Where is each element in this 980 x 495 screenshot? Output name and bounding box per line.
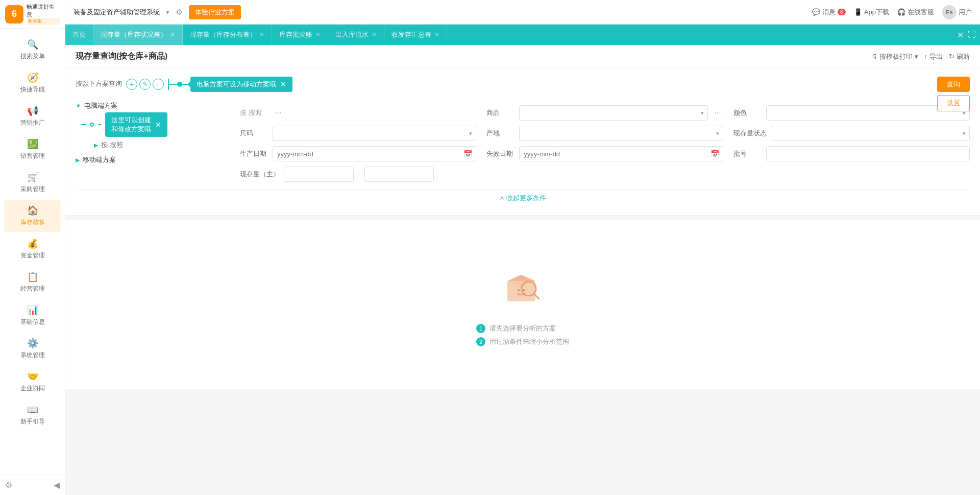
trial-btn[interactable]: 体验行业方案 <box>189 5 241 19</box>
stock-amount-label: 现存量（主） <box>240 170 280 179</box>
sidebar-item-operations[interactable]: 📋 经营管理 <box>4 266 61 298</box>
online-support-action[interactable]: 🎧 在线客服 <box>897 8 934 17</box>
svg-point-3 <box>518 289 520 291</box>
empty-illustration <box>497 261 548 312</box>
size-select[interactable] <box>273 126 476 141</box>
collapse-sidebar-btn[interactable]: ◀ <box>54 480 60 490</box>
tooltip-scheme-1: 电脑方案可设为移动方案哦 ✕ <box>190 77 292 92</box>
collapse-up-icon: ∧ <box>499 194 507 202</box>
tab-stock-flow[interactable]: 出入库流水 ✕ <box>328 25 384 45</box>
sidebar-item-system[interactable]: ⚙️ 系统管理 <box>4 333 61 365</box>
tab-stock-dist[interactable]: 现存量（库存分布表） ✕ <box>183 25 272 45</box>
edit-scheme-btn[interactable]: ✎ <box>139 79 151 90</box>
main-area: 装备及固定资产辅助管理系统 ▾ ⚙ 体验行业方案 💬 消息 6 📱 App下载 … <box>65 0 980 495</box>
tab-stock-status-close[interactable]: ✕ <box>170 31 175 38</box>
tab-stock-batch[interactable]: 库存批次账 ✕ <box>272 25 328 45</box>
sidebar-item-enterprise[interactable]: 🤝 企业协同 <box>4 366 61 398</box>
sidebar-item-finance[interactable]: 💰 资金管理 <box>4 233 61 265</box>
tab-stock-batch-close[interactable]: ✕ <box>315 31 321 38</box>
page-actions: 🖨 按模板打印 ▾ ↑ 导出 ↻ 刷新 <box>871 52 970 61</box>
filter-field-warehouse: 按 按照 ··· <box>240 105 476 121</box>
header-gear-btn[interactable]: ⚙ <box>176 7 183 17</box>
goods-input[interactable] <box>519 105 708 121</box>
header-actions: 💬 消息 6 📱 App下载 🎧 在线客服 Ea 用户 <box>812 5 972 19</box>
origin-select[interactable] <box>519 126 723 141</box>
sidebar-item-purchase[interactable]: 🛒 采购管理 <box>4 167 61 199</box>
scheme-sub-item-1[interactable]: ▶ 按 按照 <box>94 139 167 151</box>
sidebar-item-basic-info[interactable]: 📊 基础信息 <box>4 299 61 332</box>
filter-controls: + ✎ ← 电脑方案可设为移动方案哦 ✕ <box>126 77 292 92</box>
add-scheme-btn[interactable]: + <box>126 79 137 90</box>
tab-home[interactable]: 首页 <box>65 25 93 45</box>
logo-icon: 6 <box>5 5 23 23</box>
filter-label: 按以下方案查询 <box>76 77 122 91</box>
size-field-label: 尺码 <box>240 129 268 138</box>
tab-stock-dist-close[interactable]: ✕ <box>259 31 264 38</box>
stock-status-select[interactable] <box>771 126 970 141</box>
tooltip-connector-1 <box>168 79 188 90</box>
empty-tip-2: 2 用过滤条件来缩小分析范围 <box>476 335 569 348</box>
back-scheme-btn[interactable]: ← <box>153 79 164 90</box>
inventory-icon: 🏠 <box>27 205 38 216</box>
scheme-pc-label: 电脑端方案 <box>84 101 117 110</box>
scheme-pc-item[interactable]: ▼ 电脑端方案 <box>76 99 167 112</box>
origin-select-wrap <box>519 126 723 141</box>
scheme-mobile-item[interactable]: ▶ 移动端方案 <box>76 153 167 167</box>
sidebar-item-marketing[interactable]: 📢 营销推广 <box>4 100 61 132</box>
tab-stock-collect-close[interactable]: ✕ <box>434 31 439 38</box>
filter-row-2: 尺码 产地 现存量状态 <box>240 126 970 141</box>
sidebar-item-inventory-label: 库存核算 <box>20 218 45 227</box>
sidebar-item-quick-nav[interactable]: 🧭 快捷导航 <box>4 67 61 99</box>
tab-close-all-btn[interactable]: ✕ <box>957 30 964 40</box>
tooltip-2-close-btn[interactable]: ✕ <box>155 121 161 129</box>
purchase-icon: 🛒 <box>27 172 38 183</box>
tab-expand-btn[interactable]: ⛶ <box>968 30 976 39</box>
expire-date-cal-icon[interactable]: 📅 <box>710 150 719 158</box>
stock-amount-max-input[interactable] <box>364 167 434 182</box>
filter-field-batch: 批号 <box>733 146 970 161</box>
system-dropdown-btn[interactable]: ▾ <box>166 8 169 16</box>
template-print-btn[interactable]: 🖨 按模板打印 ▾ <box>871 52 918 61</box>
warehouse-dots[interactable]: ··· <box>273 108 283 117</box>
expire-date-input[interactable] <box>519 146 723 161</box>
sidebar-item-sales[interactable]: 💹 销售管理 <box>4 133 61 166</box>
operations-icon: 📋 <box>27 271 38 282</box>
query-btn[interactable]: 查询 <box>937 77 970 92</box>
collapse-more-btn[interactable]: ∧ 收起更多条件 <box>76 189 970 207</box>
scheme-sub-items: ▶ 按 按照 <box>84 139 167 151</box>
tab-stock-collect[interactable]: 收发存汇总表 ✕ <box>384 25 447 45</box>
batch-input[interactable] <box>766 146 970 161</box>
stock-amount-min-input[interactable] <box>284 167 354 182</box>
warehouse-field-label: 按 按照 <box>240 108 268 117</box>
tab-stock-collect-label: 收发存汇总表 <box>391 30 431 39</box>
sidebar-item-guide[interactable]: 📖 新手引导 <box>4 399 61 431</box>
refresh-btn[interactable]: ↻ 刷新 <box>949 52 970 61</box>
system-name: 装备及固定资产辅助管理系统 <box>74 8 160 17</box>
sidebar-item-search[interactable]: 🔍 搜索菜单 <box>4 34 61 66</box>
sidebar-nav: 🔍 搜索菜单 🧭 快捷导航 📢 营销推广 💹 销售管理 🛒 采购管理 🏠 库存核… <box>0 29 65 475</box>
tab-stock-flow-close[interactable]: ✕ <box>372 31 377 38</box>
goods-select-wrap <box>519 105 708 121</box>
system-icon: ⚙️ <box>27 338 38 349</box>
sidebar-item-quick-nav-label: 快捷导航 <box>20 85 45 94</box>
filter-field-goods: 商品 ··· <box>486 105 723 121</box>
settings-footer-btn[interactable]: ⚙ <box>5 480 12 490</box>
tab-stock-status[interactable]: 现存量（库存状况表） ✕ <box>93 25 183 45</box>
export-btn[interactable]: ↑ 导出 <box>924 52 943 61</box>
message-action[interactable]: 💬 消息 6 <box>812 8 846 17</box>
set-btn[interactable]: 设置 <box>937 95 970 111</box>
app-download-action[interactable]: 📱 App下载 <box>854 8 889 17</box>
tooltip-1-close-btn[interactable]: ✕ <box>280 80 286 88</box>
tooltip-scheme-2: 这里可以创建和修改方案哦 ✕ <box>105 112 167 137</box>
user-action[interactable]: Ea 用户 <box>942 5 972 19</box>
produce-date-cal-icon[interactable]: 📅 <box>463 150 472 158</box>
filter-row-3: 生产日期 📅 失效日期 📅 <box>240 146 970 161</box>
goods-dots[interactable]: ··· <box>712 108 723 117</box>
tip-num-1: 1 <box>476 324 485 333</box>
produce-date-input[interactable] <box>273 146 476 161</box>
stock-status-select-wrap <box>771 126 970 141</box>
filter-field-origin: 产地 <box>486 126 723 141</box>
batch-label: 批号 <box>733 149 762 158</box>
sidebar-item-inventory[interactable]: 🏠 库存核算 <box>4 200 61 232</box>
tab-bar: 首页 现存量（库存状况表） ✕ 现存量（库存分布表） ✕ 库存批次账 ✕ 出入库… <box>65 25 980 45</box>
